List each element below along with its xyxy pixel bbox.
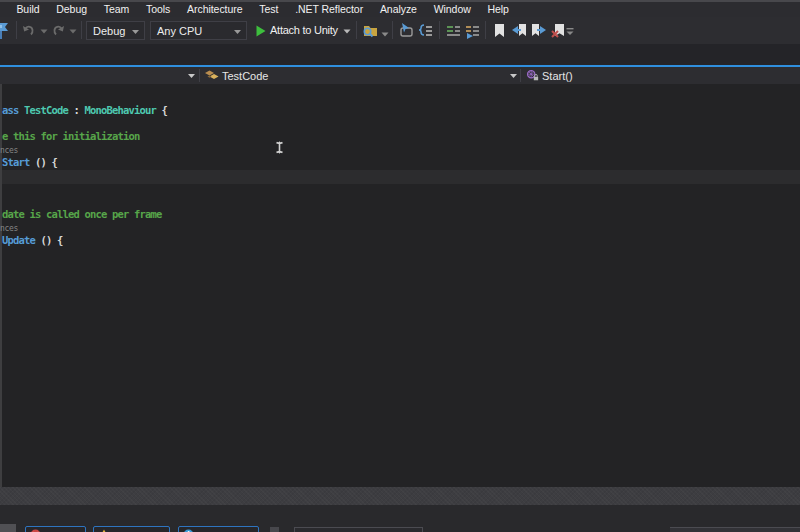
attach-to-unity-button[interactable]: Attach to Unity xyxy=(270,24,338,36)
code-token: Update xyxy=(2,234,35,246)
code-editor[interactable]: ass TestCode : MonoBehaviour {e this for… xyxy=(0,84,800,487)
menu-item-analyze[interactable]: Analyze xyxy=(372,2,426,17)
undo-icon[interactable] xyxy=(22,24,35,37)
code-token: { xyxy=(156,104,167,116)
code-line-8[interactable]: date is called once per frame xyxy=(2,208,162,221)
undo-dropdown-icon[interactable] xyxy=(40,29,48,34)
filter-separator xyxy=(270,527,279,532)
member-dropdown[interactable]: Start() xyxy=(521,67,800,84)
code-token: date is called once per frame xyxy=(2,208,162,220)
uncomment-icon[interactable] xyxy=(464,22,481,39)
code-line-4[interactable]: Start () { xyxy=(2,156,57,169)
toolbar-separator xyxy=(439,21,440,39)
navigation-bar: TestCode Start() xyxy=(0,67,800,84)
code-token: () { xyxy=(30,156,58,168)
visual-studio-window: BuildDebugTeamToolsArchitectureTest.NET … xyxy=(0,0,800,532)
find-in-files-icon[interactable] xyxy=(362,22,379,39)
menu-item-tools[interactable]: Tools xyxy=(138,2,179,17)
toolbar-separator xyxy=(485,21,486,39)
panel-splitter[interactable] xyxy=(0,487,800,505)
message-icon xyxy=(183,529,194,532)
document-tab-well xyxy=(0,44,800,65)
code-token: : xyxy=(68,104,85,116)
toolbar-separator xyxy=(16,21,17,39)
type-dropdown-value: TestCode xyxy=(222,70,268,82)
next-bookmark-icon[interactable] xyxy=(530,22,547,39)
navigate-icon[interactable] xyxy=(398,22,415,39)
play-icon[interactable] xyxy=(256,25,266,37)
code-token: Start xyxy=(2,156,30,168)
toolbar-separator xyxy=(392,21,393,39)
menu-item-build[interactable]: Build xyxy=(8,2,48,17)
previous-bookmark-icon[interactable] xyxy=(511,22,528,39)
menu-bar: BuildDebugTeamToolsArchitectureTest.NET … xyxy=(0,2,800,17)
toolbar-separator xyxy=(356,21,357,39)
project-dropdown[interactable] xyxy=(0,67,199,84)
code-token: TestCode xyxy=(24,104,68,116)
code-line-2[interactable]: e this for initialization xyxy=(2,130,140,143)
code-token: e this for initialization xyxy=(2,130,140,142)
menu-item-test[interactable]: Test xyxy=(251,2,287,17)
error-list-panel: Facebook.com xyxy=(0,505,800,532)
toolbar: Debug Any CPU Attach to Unity xyxy=(0,17,800,44)
menu-item-architecture[interactable]: Architecture xyxy=(179,2,251,17)
search-error-list-box[interactable]: Facebook.com xyxy=(670,527,800,532)
code-token: MonoBehaviour xyxy=(85,104,157,116)
toolbar-separator xyxy=(81,21,82,39)
menu-item-help[interactable]: Help xyxy=(479,2,517,17)
class-icon xyxy=(205,70,219,81)
redo-dropdown-icon[interactable] xyxy=(69,29,77,34)
bookmark-icon[interactable] xyxy=(491,22,508,39)
member-dropdown-value: Start() xyxy=(542,70,573,82)
method-private-icon xyxy=(526,69,539,82)
chevron-down-icon xyxy=(234,30,241,34)
build-intellisense-dropdown[interactable] xyxy=(294,527,423,532)
find-dropdown-icon[interactable] xyxy=(381,32,389,37)
solution-configuration-dropdown[interactable]: Debug xyxy=(86,21,145,40)
solution-configuration-value: Debug xyxy=(93,25,125,37)
menu-item-window[interactable]: Window xyxy=(425,2,479,17)
scrollbar-corner xyxy=(0,524,16,532)
code-token: () { xyxy=(35,234,63,246)
type-dropdown[interactable]: TestCode xyxy=(200,67,520,84)
code-token: ass xyxy=(2,104,19,116)
code-line-0[interactable]: ass TestCode : MonoBehaviour { xyxy=(2,104,167,117)
error-icon xyxy=(30,529,41,532)
chevron-down-icon xyxy=(132,30,139,34)
solution-platform-value: Any CPU xyxy=(157,25,202,37)
redo-icon[interactable] xyxy=(52,24,65,37)
code-line-10[interactable]: Update () { xyxy=(2,234,63,247)
clear-bookmarks-icon[interactable] xyxy=(550,22,567,39)
messages-filter-button[interactable] xyxy=(178,526,259,532)
chevron-down-icon xyxy=(510,74,517,78)
save-icon[interactable] xyxy=(0,22,11,40)
errors-filter-button[interactable] xyxy=(25,526,86,532)
solution-platform-dropdown[interactable]: Any CPU xyxy=(150,21,247,40)
warning-icon xyxy=(98,529,110,532)
text-ibeam-cursor xyxy=(274,141,285,154)
menu-item-netreflector[interactable]: .NET Reflector xyxy=(287,2,372,17)
menu-item-team[interactable]: Team xyxy=(95,2,137,17)
chevron-down-icon xyxy=(188,74,195,78)
comment-out-icon[interactable] xyxy=(445,22,462,39)
code-window-icon[interactable] xyxy=(417,22,434,39)
attach-dropdown-icon[interactable] xyxy=(343,29,351,34)
menu-item-debug[interactable]: Debug xyxy=(48,2,95,17)
toolbar-overflow-icon[interactable] xyxy=(566,28,574,36)
warnings-filter-button[interactable] xyxy=(93,526,170,532)
current-line-highlight xyxy=(2,170,800,184)
